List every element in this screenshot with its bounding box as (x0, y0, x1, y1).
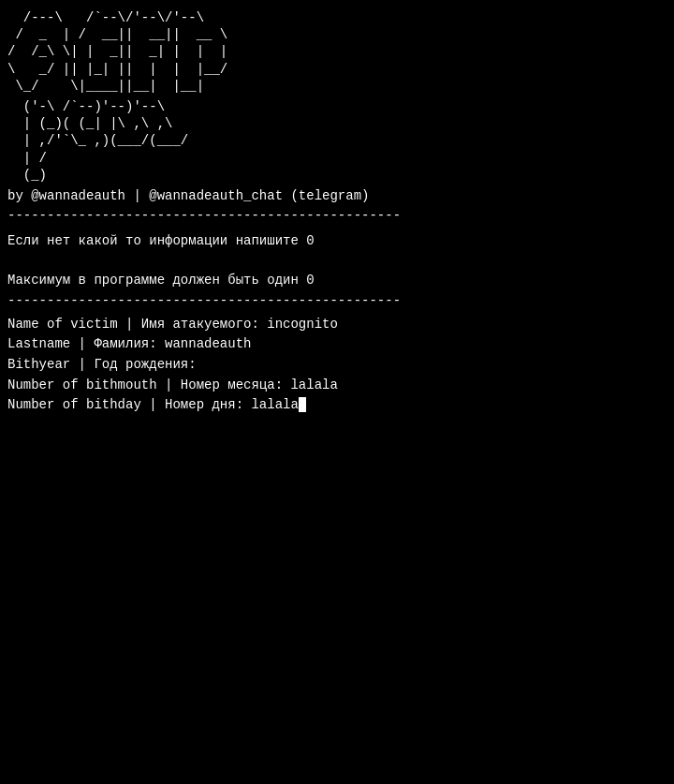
name-line: Name of victim | Имя атакуемого: incogni… (7, 315, 667, 335)
lastname-value: wannadeauth (165, 336, 251, 351)
by-line: by @wannadeauth | @wannadeauth_chat (tel… (7, 187, 667, 206)
birthyear-label: Bithyear | Год рождения: (7, 357, 197, 372)
ascii-art-gem: /---\ /`--\/'--\/'--\ / _ | / __|| __|| … (7, 9, 667, 95)
separator-1: ----------------------------------------… (7, 207, 667, 226)
blank-line-1 (7, 251, 667, 271)
info-line-2: Максимум в программе должен быть один 0 (7, 271, 667, 290)
birthmonth-label: Number of bithmouth | Номер месяца: (7, 377, 283, 392)
info-block: Если нет какой то информации напишите 0 … (7, 231, 667, 290)
lastname-label: Lastname | Фамилия: (7, 336, 157, 351)
lastname-line: Lastname | Фамилия: wannadeauth (7, 334, 667, 355)
birthmonth-line: Number of bithmouth | Номер месяца: lala… (7, 376, 667, 396)
name-value: incognito (267, 317, 338, 332)
separator-2: ----------------------------------------… (7, 292, 667, 311)
data-section: Name of victim | Имя атакуемого: incogni… (7, 315, 667, 416)
birthday-line: Number of bithday | Номер дня: lalala (7, 395, 667, 416)
name-label: Name of victim | Имя атакуемого: (7, 317, 259, 332)
birthyear-line: Bithyear | Год рождения: (7, 355, 667, 376)
info-line-1: Если нет какой то информации напишите 0 (7, 231, 667, 251)
birthday-value: lalala (251, 397, 298, 412)
birthmonth-value: lalala (290, 377, 337, 392)
cursor (299, 397, 306, 412)
ascii-art-big: ('-\ /`--)'--)'--\ | (_)( (_| |\ ,\ ,\ |… (7, 98, 667, 184)
birthday-label: Number of bithday | Номер дня: (7, 397, 243, 412)
